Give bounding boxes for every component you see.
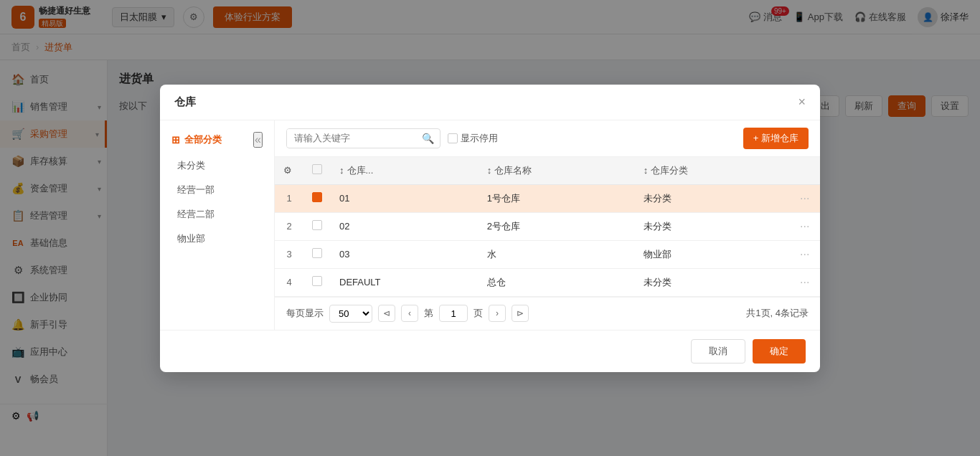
category-header-label: 全部分类 xyxy=(184,133,222,146)
page-prev-button[interactable]: ‹ xyxy=(401,305,418,322)
page-first-button[interactable]: ⊲ xyxy=(378,305,395,322)
per-page-select[interactable]: 50 100 xyxy=(329,305,372,323)
row-id: 03 xyxy=(331,240,479,268)
category-item-dept2[interactable]: 经营二部 xyxy=(160,202,274,227)
row-actions[interactable]: ··· xyxy=(791,212,820,240)
search-bar: 🔍 xyxy=(286,128,440,148)
row-checkbox[interactable] xyxy=(303,212,331,240)
cancel-button[interactable]: 取消 xyxy=(691,339,745,364)
category-sidebar: ⊞ 全部分类 « 未分类 经营一部 经营二部 物业部 xyxy=(160,120,275,330)
col-actions xyxy=(791,157,820,185)
table-row[interactable]: 4 DEFAULT 总仓 未分类 ··· xyxy=(275,268,820,296)
row-category: 未分类 xyxy=(635,268,791,296)
category-item-property[interactable]: 物业部 xyxy=(160,227,274,251)
row-id: 02 xyxy=(331,212,479,240)
row-category: 未分类 xyxy=(635,212,791,240)
row-num: 1 xyxy=(275,184,303,212)
page-suffix: 页 xyxy=(473,307,483,320)
page-label: 第 xyxy=(424,307,433,320)
modal-body: ⊞ 全部分类 « 未分类 经营一部 经营二部 物业部 🔍 xyxy=(160,120,820,330)
row-checkbox[interactable] xyxy=(303,184,331,212)
row-category: 未分类 xyxy=(635,184,791,212)
show-disabled-toggle[interactable]: 显示停用 xyxy=(448,132,498,145)
row-name: 水 xyxy=(479,240,635,268)
page-last-button[interactable]: ⊳ xyxy=(512,305,529,322)
row-id: 01 xyxy=(331,184,479,212)
row-name: 1号仓库 xyxy=(479,184,635,212)
category-collapse-button[interactable]: « xyxy=(253,132,263,148)
col-warehouse-id: ↕ 仓库... xyxy=(331,157,479,185)
row-checkbox[interactable] xyxy=(303,240,331,268)
modal-right-panel: 🔍 显示停用 + 新增仓库 ⚙ xyxy=(275,120,820,330)
row-category: 物业部 xyxy=(635,240,791,268)
col-checkbox xyxy=(303,157,331,185)
modal-title: 仓库 xyxy=(174,95,196,109)
row-id: DEFAULT xyxy=(331,268,479,296)
confirm-button[interactable]: 确定 xyxy=(753,339,806,364)
warehouse-modal: 仓库 × ⊞ 全部分类 « 未分类 经营一部 经营二部 物业部 xyxy=(160,85,820,372)
search-input[interactable] xyxy=(287,129,416,147)
row-actions[interactable]: ··· xyxy=(791,268,820,296)
row-actions[interactable]: ··· xyxy=(791,184,820,212)
search-button[interactable]: 🔍 xyxy=(416,129,440,148)
col-warehouse-name: ↕ 仓库名称 xyxy=(479,157,635,185)
modal-toolbar: 🔍 显示停用 + 新增仓库 xyxy=(275,120,820,157)
row-actions[interactable]: ··· xyxy=(791,240,820,268)
modal-overlay: 仓库 × ⊞ 全部分类 « 未分类 经营一部 经营二部 物业部 xyxy=(0,0,980,456)
table-row[interactable]: 2 02 2号仓库 未分类 ··· xyxy=(275,212,820,240)
row-name: 总仓 xyxy=(479,268,635,296)
row-num: 4 xyxy=(275,268,303,296)
col-settings: ⚙ xyxy=(275,157,303,185)
modal-close-button[interactable]: × xyxy=(798,95,806,110)
table-row[interactable]: 3 03 水 物业部 ··· xyxy=(275,240,820,268)
page-next-button[interactable]: › xyxy=(489,305,506,322)
page-input[interactable] xyxy=(439,305,468,322)
col-warehouse-category: ↕ 仓库分类 xyxy=(635,157,791,185)
category-item-uncategorized[interactable]: 未分类 xyxy=(160,153,274,178)
warehouse-table: ⚙ ↕ 仓库... xyxy=(275,157,820,297)
modal-footer: 取消 确定 xyxy=(160,330,820,372)
modal-pagination: 每页显示 50 100 ⊲ ‹ 第 页 › ⊳ 共1页, 4条记录 xyxy=(275,297,820,330)
per-page-label: 每页显示 xyxy=(286,307,324,320)
category-item-dept1[interactable]: 经营一部 xyxy=(160,178,274,202)
modal-header: 仓库 × xyxy=(160,85,820,120)
row-name: 2号仓库 xyxy=(479,212,635,240)
row-num: 2 xyxy=(275,212,303,240)
add-warehouse-button[interactable]: + 新增仓库 xyxy=(743,128,809,149)
row-num: 3 xyxy=(275,240,303,268)
show-disabled-checkbox[interactable] xyxy=(448,133,458,143)
row-checkbox[interactable] xyxy=(303,268,331,296)
page-total: 共1页, 4条记录 xyxy=(746,307,809,320)
category-header: ⊞ 全部分类 « xyxy=(160,126,274,153)
table-row[interactable]: 1 01 1号仓库 未分类 ··· xyxy=(275,184,820,212)
